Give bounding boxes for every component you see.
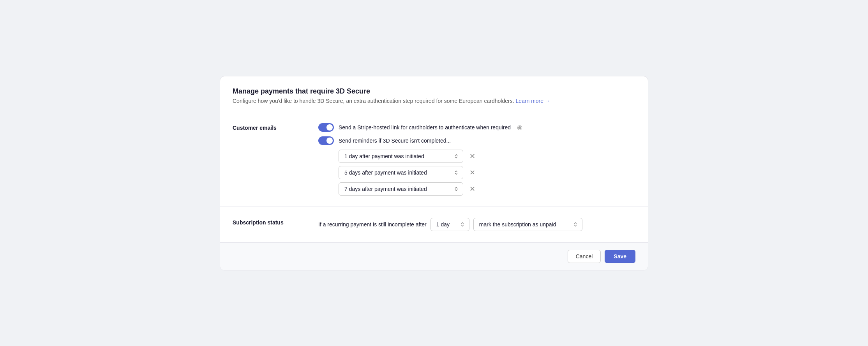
duration-select[interactable]: 1 day 2 days 3 days 5 days 7 days: [430, 218, 469, 231]
customer-emails-content: Send a Stripe-hosted link for cardholder…: [318, 123, 635, 196]
subscription-status-content: If a recurring payment is still incomple…: [318, 218, 635, 231]
learn-more-link[interactable]: Learn more →: [515, 98, 550, 104]
subscription-status-row: Subscription status If a recurring payme…: [233, 218, 635, 231]
page-subtitle: Configure how you'd like to handle 3D Se…: [233, 98, 635, 104]
subscription-prefix-text: If a recurring payment is still incomple…: [318, 221, 427, 228]
reminder-row-3: 1 day after payment was initiated 2 days…: [339, 182, 635, 196]
reminder-select-1[interactable]: 1 day after payment was initiated 2 days…: [339, 150, 463, 163]
subscription-options-row: If a recurring payment is still incomple…: [318, 218, 635, 231]
reminder-select-3[interactable]: 1 day after payment was initiated 2 days…: [339, 182, 463, 196]
action-select[interactable]: mark the subscription as unpaid cancel t…: [473, 218, 582, 231]
cancel-button[interactable]: Cancel: [568, 250, 601, 263]
customer-emails-row: Customer emails Send a Stripe-hosted lin…: [233, 123, 635, 196]
page-title: Manage payments that require 3D Secure: [233, 87, 635, 95]
customer-emails-section: Customer emails Send a Stripe-hosted lin…: [220, 112, 648, 207]
reminder-select-2[interactable]: 1 day after payment was initiated 2 days…: [339, 166, 463, 179]
reminder-row-2: 1 day after payment was initiated 2 days…: [339, 166, 635, 179]
toggle2-slider: [318, 136, 334, 145]
customer-emails-label: Customer emails: [233, 123, 303, 131]
subscription-status-label: Subscription status: [233, 218, 303, 226]
main-card: Manage payments that require 3D Secure C…: [220, 76, 648, 270]
toggle1-switch[interactable]: [318, 123, 334, 132]
reminder-remove-3[interactable]: ✕: [467, 185, 478, 193]
card-header: Manage payments that require 3D Secure C…: [220, 76, 648, 112]
subscription-status-section: Subscription status If a recurring payme…: [220, 207, 648, 242]
reminder-row-1: 1 day after payment was initiated 2 days…: [339, 150, 635, 163]
reminder-remove-2[interactable]: ✕: [467, 168, 478, 177]
toggle2-row: Send reminders if 3D Secure isn't comple…: [318, 136, 635, 145]
reminder-remove-1[interactable]: ✕: [467, 152, 478, 161]
reminders-container: 1 day after payment was initiated 2 days…: [339, 150, 635, 196]
toggle1-slider: [318, 123, 334, 132]
save-button[interactable]: Save: [605, 250, 635, 263]
toggle1-label: Send a Stripe-hosted link for cardholder…: [339, 124, 511, 131]
toggle2-label: Send reminders if 3D Secure isn't comple…: [339, 138, 451, 144]
card-footer: Cancel Save: [220, 242, 648, 270]
toggle1-row: Send a Stripe-hosted link for cardholder…: [318, 123, 635, 132]
visibility-icon[interactable]: ◉: [517, 124, 522, 131]
toggle2-switch[interactable]: [318, 136, 334, 145]
